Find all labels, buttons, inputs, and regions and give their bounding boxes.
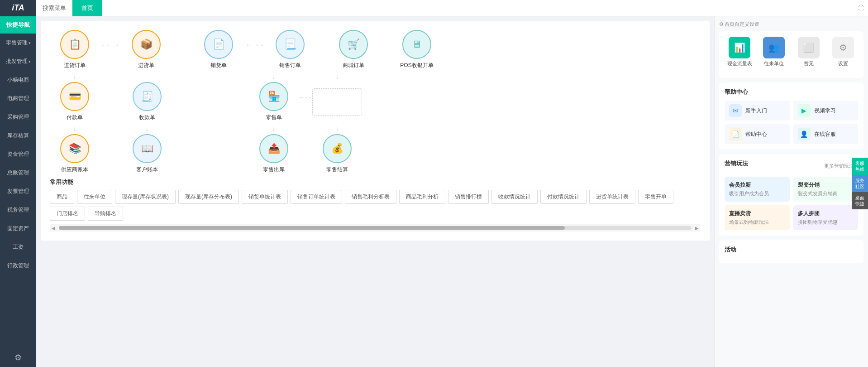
sidebar: 快捷导航 零售管理 ▾ 批发管理 ▾ 小畅电商 电商管理 采购管理 库存核算 资… xyxy=(0,16,36,367)
video-icon: ▶ xyxy=(798,104,811,117)
quick-icons-card: 📊 现金流量表 👥 往来单位 ⬜ 暂无 ⚙ 设置 xyxy=(719,31,863,78)
func-btn-0[interactable]: 商品 xyxy=(50,190,74,204)
func-grid: 商品往来单位现存量(库存状况表)现存量(库存分布表)销货单统计表销售订单统计表销… xyxy=(50,190,701,221)
sidebar-item-admin[interactable]: 行政管理 xyxy=(0,256,36,275)
func-btn-8[interactable]: 销售排行榜 xyxy=(448,190,489,204)
gear-icon-small: ⚙ xyxy=(719,21,724,27)
float-btn-desktop[interactable]: 桌面快捷 xyxy=(852,192,868,209)
sidebar-item-purchase[interactable]: 采购管理 xyxy=(0,108,36,126)
func-btn-1[interactable]: 往来单位 xyxy=(77,190,112,204)
sidebar-item-fixed-assets[interactable]: 固定资产 xyxy=(0,219,36,238)
cashflow-icon: 📊 xyxy=(729,37,750,58)
arrow-right-1: - - → xyxy=(101,40,119,50)
flow-node-retail[interactable]: 🏪 零售单 xyxy=(249,82,299,121)
flow-node-retail-settle[interactable]: 💰 零售结算 xyxy=(312,134,362,174)
float-buttons: 客服热线 服务社区 桌面快捷 xyxy=(852,158,868,209)
quick-icon-none[interactable]: ⬜ 暂无 xyxy=(794,37,824,67)
sidebar-item-invoice[interactable]: 发票管理 xyxy=(0,182,36,201)
flow-node-retail-out[interactable]: 📤 零售出库 xyxy=(249,134,299,174)
quick-icon-settings[interactable]: ⚙ 设置 xyxy=(828,37,858,67)
func-btn-3[interactable]: 现存量(库存分布表) xyxy=(178,190,239,204)
float-btn-service[interactable]: 客服热线 xyxy=(852,158,868,175)
func-btn-13[interactable]: 门店排名 xyxy=(50,207,85,221)
common-functions: 常用功能 商品往来单位现存量(库存状况表)现存量(库存分布表)销货单统计表销售订… xyxy=(50,178,701,221)
quick-icons: 📊 现金流量表 👥 往来单位 ⬜ 暂无 ⚙ 设置 xyxy=(725,37,858,67)
service-icon: 👤 xyxy=(798,128,811,140)
mkt-item-live[interactable]: 直播卖货 场景式购物新玩法 xyxy=(725,205,790,230)
sidebar-item-ecom-mgmt[interactable]: 电商管理 xyxy=(0,89,36,108)
search-menu-button[interactable]: 搜索菜单 xyxy=(36,0,72,16)
flow-node-supplier-book[interactable]: 📚 供应商账本 xyxy=(50,134,100,174)
settings-icon: ⚙ xyxy=(832,37,854,58)
mkt-item-group[interactable]: 多人拼团 拼团购物享受优惠 xyxy=(793,205,858,230)
marketing-card: 营销玩法 更多营销玩法 > 会员拉新 吸引用户成为会员 裂变分销 裂变式发展分销… xyxy=(719,154,863,236)
scroll-thumb xyxy=(59,226,565,230)
sidebar-item-wholesale[interactable]: 批发管理 ▾ xyxy=(0,52,36,71)
flow-node-customer-book[interactable]: 📖 客户账本 xyxy=(122,134,172,174)
help-center-card: 帮助中心 ✉ 新手入门 ▶ 视频学习 📄 帮助中心 👤 xyxy=(719,82,863,150)
chevron-down-icon: ▾ xyxy=(29,41,31,45)
none-icon: ⬜ xyxy=(798,37,820,58)
beginner-icon: ✉ xyxy=(729,104,742,117)
help-center-title: 帮助中心 xyxy=(725,88,858,96)
sidebar-quicknav[interactable]: 快捷导航 xyxy=(0,16,36,34)
chevron-down-icon: ▾ xyxy=(29,59,31,64)
common-func-title: 常用功能 xyxy=(50,178,701,186)
func-btn-14[interactable]: 导购排名 xyxy=(88,207,123,221)
custom-setting[interactable]: ⚙ 首页自定义设置 xyxy=(719,21,863,28)
flow-card: 📋 进货订单 - - → 📦 进货单 📄 销货单 ← - - xyxy=(41,21,710,241)
logo: iTA xyxy=(0,0,36,16)
flow-node-mall-order[interactable]: 🛒 商城订单 xyxy=(329,30,378,69)
sidebar-item-finance[interactable]: 资金管理 xyxy=(0,145,36,164)
sidebar-item-tax[interactable]: 税务管理 xyxy=(0,201,36,219)
quick-icon-contacts[interactable]: 👥 往来单位 xyxy=(759,37,789,67)
quick-icon-cashflow[interactable]: 📊 现金流量表 xyxy=(725,37,754,67)
sidebar-item-ecommerce[interactable]: 小畅电商 xyxy=(0,71,36,89)
right-panel: ⚙ 首页自定义设置 📊 现金流量表 👥 往来单位 ⬜ xyxy=(714,16,868,367)
func-btn-5[interactable]: 销售订单统计表 xyxy=(291,190,342,204)
help-item-service[interactable]: 👤 在线客服 xyxy=(793,124,858,144)
help-doc-icon: 📄 xyxy=(729,128,742,140)
flow-node-payment[interactable]: 💳 付款单 xyxy=(50,82,100,121)
activity-title: 活动 xyxy=(725,246,858,254)
flow-node-sales-order[interactable]: 📃 销售订单 xyxy=(265,30,315,69)
mkt-item-fission[interactable]: 裂变分销 裂变式发展分销商 xyxy=(793,177,858,202)
scroll-left-arrow[interactable]: ◀ xyxy=(50,226,57,231)
flow-node-sales[interactable]: 📄 销货单 xyxy=(194,30,243,69)
contacts-icon: 👥 xyxy=(763,37,785,58)
func-btn-6[interactable]: 销售毛利分析表 xyxy=(345,190,396,204)
scroll-right-arrow[interactable]: ▶ xyxy=(693,226,701,231)
marketing-grid: 会员拉新 吸引用户成为会员 裂变分销 裂变式发展分销商 直播卖货 场景式购物新玩… xyxy=(725,177,858,230)
expand-icon[interactable]: ⛶ xyxy=(858,5,868,11)
main-panel: 📋 进货订单 - - → 📦 进货单 📄 销货单 ← - - xyxy=(36,16,714,367)
home-tab[interactable]: 首页 xyxy=(72,0,102,16)
arrow-left-1: ← - - xyxy=(245,40,263,50)
marketing-title: 营销玩法 xyxy=(725,159,748,168)
func-btn-9[interactable]: 收款情况统计 xyxy=(491,190,538,204)
func-btn-4[interactable]: 销货单统计表 xyxy=(242,190,288,204)
sidebar-item-payroll[interactable]: 工资 xyxy=(0,238,36,256)
flow-node-purchase-order[interactable]: 📋 进货订单 xyxy=(50,30,100,69)
func-btn-7[interactable]: 商品毛利分析 xyxy=(399,190,445,204)
marketing-header: 营销玩法 更多营销玩法 > xyxy=(725,159,858,172)
logo-text: iTA xyxy=(12,3,24,13)
sidebar-item-general-ledger[interactable]: 总账管理 xyxy=(0,164,36,182)
help-item-help[interactable]: 📄 帮助中心 xyxy=(725,124,790,144)
flow-node-pos[interactable]: 🖥 POS收银开单 xyxy=(392,30,442,69)
gear-icon[interactable]: ⚙ xyxy=(14,353,22,362)
sidebar-item-inventory[interactable]: 库存核算 xyxy=(0,126,36,145)
sidebar-bottom: ⚙ xyxy=(0,348,36,367)
help-item-beginner[interactable]: ✉ 新手入门 xyxy=(725,101,790,121)
scroll-bar[interactable]: ◀ ▶ xyxy=(50,224,701,232)
func-btn-11[interactable]: 进货单统计表 xyxy=(589,190,635,204)
func-btn-10[interactable]: 付款情况统计 xyxy=(540,190,587,204)
help-item-video[interactable]: ▶ 视频学习 xyxy=(793,101,858,121)
mkt-item-member[interactable]: 会员拉新 吸引用户成为会员 xyxy=(725,177,790,202)
scroll-track xyxy=(59,226,692,230)
func-btn-12[interactable]: 零售开单 xyxy=(638,190,673,204)
func-btn-2[interactable]: 现存量(库存状况表) xyxy=(115,190,176,204)
flow-node-receipt[interactable]: 🧾 收款单 xyxy=(122,82,172,121)
sidebar-item-retail[interactable]: 零售管理 ▾ xyxy=(0,34,36,52)
float-btn-community[interactable]: 服务社区 xyxy=(852,175,868,192)
flow-node-purchase[interactable]: 📦 进货单 xyxy=(121,30,171,69)
